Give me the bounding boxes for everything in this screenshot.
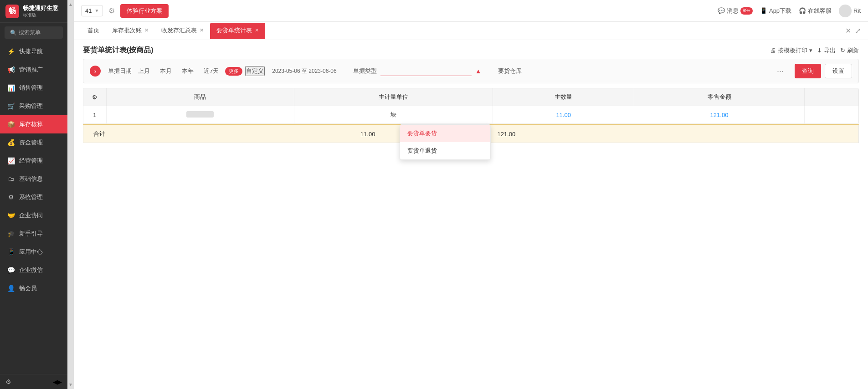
filter-more-badge[interactable]: 更多 [225,67,242,76]
tab-inventory-batch-close[interactable]: ✕ [144,27,149,33]
filter-type-label: 单据类型 [353,67,377,75]
sidebar-item-purchase[interactable]: 🛒 采购管理 [0,97,67,115]
collapse-icon[interactable]: ◀▶ [53,379,62,385]
filter-custom-btn[interactable]: 自定义 [245,66,265,76]
tab-order-summary-close[interactable]: ✕ [255,27,259,33]
promo-button[interactable]: 体验行业方案 [120,4,169,18]
tab-order-summary-label: 要货单统计表 [216,26,252,35]
filter-type-group: 单据类型 ▲ [353,66,482,76]
filter-expand-btn[interactable]: › [90,66,101,77]
sidebar-label-sales: 销售管理 [19,84,43,92]
online-service-item[interactable]: 🎧 在线客服 [799,7,832,15]
sidebar-item-newbie[interactable]: 🎓 新手引导 [0,225,67,243]
sidebar-bottom-icons: ⚙ [5,378,11,385]
filter-type-arrow[interactable]: ▲ [475,67,482,75]
sidebar: 畅 畅捷通好生意 标准版 🔍 搜索菜单 ⚡ 快捷导航 📢 营销推广 📊 销售管理… [0,0,67,389]
export-btn[interactable]: ⬇ 导出 [817,46,836,55]
col-settings[interactable]: ⚙ [83,88,106,106]
tab-receive-summary-close[interactable]: ✕ [200,27,204,33]
tab-order-summary[interactable]: 要货单统计表 ✕ [210,23,265,39]
cell-amount[interactable]: 121.00 [634,106,804,124]
tab-home[interactable]: 首页 [81,23,106,39]
sidebar-item-wechat[interactable]: 💬 企业微信 [0,261,67,279]
filter-warehouse-group: 要货仓库 [498,67,522,75]
cell-extra [804,106,858,124]
sidebar-item-base-info[interactable]: 🗂 基础信息 [0,170,67,188]
logo-icon: 畅 [5,5,19,18]
page-content: 要货单统计表(按商品) 🖨 按模板打印 ▾ ⬇ 导出 ↻ 刷新 [74,40,868,389]
cell-product [106,106,294,124]
print-label: 按模板打印 [778,46,807,55]
store-name: 41 [85,7,92,14]
sidebar-item-enterprise[interactable]: 🤝 企业协同 [0,206,67,225]
sidebar-search[interactable]: 🔍 搜索菜单 [5,26,63,39]
message-item[interactable]: 💬 消息 99+ [718,7,753,15]
sidebar-item-inventory[interactable]: 📦 库存核算 [0,115,67,133]
refresh-btn[interactable]: ↻ 刷新 [840,46,859,55]
filter-last-7-days[interactable]: 近7天 [200,66,222,77]
cell-index: 1 [83,106,106,124]
sidebar-item-marketing[interactable]: 📢 营销推广 [0,61,67,79]
sidebar-scroll-rail: ▲ ▼ [67,0,74,389]
data-table: ⚙ 商品 主计量单位 主数量 零售金额 1 块 [83,88,859,124]
topbar-gear-icon[interactable]: ⚙ [108,6,115,15]
filter-bar: › 单据日期 上月 本月 本年 近7天 更多 自定义 2023-05-06 至 … [83,59,859,83]
export-label: 导出 [824,46,836,55]
print-dropdown-arrow: ▾ [809,47,812,54]
sidebar-label-finance: 资金管理 [19,138,43,147]
tab-receive-summary[interactable]: 收发存汇总表 ✕ [155,23,210,39]
sidebar-label-app-center: 应用中心 [19,248,43,256]
sidebar-label-member: 畅会员 [19,284,37,292]
tab-receive-summary-label: 收发存汇总表 [161,26,197,35]
sidebar-label-newbie: 新手引导 [19,230,43,238]
filter-last-month[interactable]: 上月 [134,66,154,77]
sidebar-icon-enterprise: 🤝 [6,211,15,220]
scroll-up-arrow[interactable]: ▲ [68,2,73,7]
sidebar-item-finance[interactable]: 💰 资金管理 [0,133,67,152]
col-product: 商品 [106,88,294,106]
tab-expand[interactable]: ⤢ [855,26,861,35]
main-content: 41 ▼ ⚙ 体验行业方案 💬 消息 99+ 📱 App下载 🎧 [74,0,868,389]
filter-date-range: 2023-05-06 至 2023-06-06 [272,67,336,75]
sidebar-item-system[interactable]: ⚙ 系统管理 [0,188,67,206]
user-item[interactable]: Rit [839,5,861,17]
sidebar-label-enterprise: 企业协同 [19,211,43,220]
sidebar-item-app-center[interactable]: 📱 应用中心 [0,243,67,261]
cell-unit: 块 [294,106,493,124]
filter-more-icon[interactable]: ··· [777,67,784,76]
filter-this-month[interactable]: 本月 [156,66,175,77]
query-btn[interactable]: 查询 [795,64,821,78]
filter-this-year[interactable]: 本年 [178,66,197,77]
tab-close-all[interactable]: ✕ [845,26,851,35]
table-row: 1 块 11.00 121.00 [83,106,858,124]
settings-btn[interactable]: 设置 [825,64,852,78]
sidebar-icon-quick-nav: ⚡ [6,47,15,56]
sidebar-label-purchase: 采购管理 [19,102,43,110]
tab-inventory-batch-label: 库存批次账 [112,26,142,35]
cell-quantity[interactable]: 11.00 [493,106,634,124]
logo-main: 畅捷通好生意 [23,5,58,12]
user-name: Rit [853,7,861,14]
app-download-label: App下载 [769,7,791,15]
scroll-down-arrow[interactable]: ▼ [68,382,73,387]
message-label: 消息 [727,7,739,15]
app-download-item[interactable]: 📱 App下载 [760,7,791,15]
action-buttons: 查询 设置 [795,64,852,78]
dropdown-option-purchase-order[interactable]: 要货单要货 [400,125,490,142]
refresh-label: 刷新 [847,46,859,55]
sidebar-icon-base-info: 🗂 [6,174,15,184]
sidebar-item-member[interactable]: 👤 畅会员 [0,279,67,297]
sidebar-item-quick-nav[interactable]: ⚡ 快捷导航 [0,42,67,61]
user-avatar [839,5,852,17]
sidebar-item-operations[interactable]: 📈 经营管理 [0,152,67,170]
sidebar-item-sales[interactable]: 📊 销售管理 [0,79,67,97]
store-selector[interactable]: 41 ▼ [81,5,103,16]
settings-icon[interactable]: ⚙ [5,378,11,385]
tab-inventory-batch[interactable]: 库存批次账 ✕ [106,23,155,39]
sidebar-label-marketing: 营销推广 [19,66,43,74]
print-btn[interactable]: 🖨 按模板打印 ▾ [770,46,812,55]
sidebar-icon-member: 👤 [6,284,15,293]
col-extra [804,88,858,106]
dropdown-option-purchase-return[interactable]: 要货单退货 [400,142,490,159]
filter-type-input[interactable] [380,66,472,76]
